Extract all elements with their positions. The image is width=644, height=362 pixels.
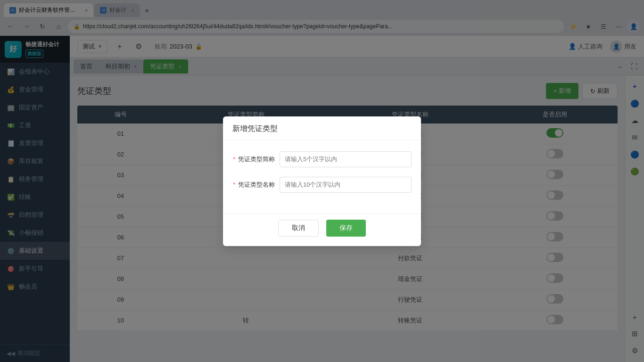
modal-dialog: 新增凭证类型 * 凭证类型简称 * 凭证类型名称 取消 保存 <box>223 116 421 246</box>
modal-header: 新增凭证类型 <box>223 116 421 140</box>
form-row-name: * 凭证类型名称 <box>232 177 412 193</box>
name-label: * 凭证类型名称 <box>232 181 275 189</box>
modal-body: * 凭证类型简称 * 凭证类型名称 <box>223 140 421 214</box>
form-row-abbr: * 凭证类型简称 <box>232 151 412 167</box>
abbr-input[interactable] <box>280 151 412 167</box>
cancel-button[interactable]: 取消 <box>278 220 319 237</box>
required-star-name: * <box>233 181 235 188</box>
name-label-text: 凭证类型名称 <box>238 181 275 188</box>
modal-overlay: 新增凭证类型 * 凭证类型简称 * 凭证类型名称 取消 保存 <box>0 0 644 362</box>
abbr-label-text: 凭证类型简称 <box>238 156 275 163</box>
save-button[interactable]: 保存 <box>326 220 366 237</box>
name-input[interactable] <box>280 177 412 193</box>
abbr-label: * 凭证类型简称 <box>232 155 275 164</box>
required-star-abbr: * <box>233 156 235 163</box>
modal-footer: 取消 保存 <box>223 214 421 246</box>
modal-title: 新增凭证类型 <box>232 124 278 132</box>
